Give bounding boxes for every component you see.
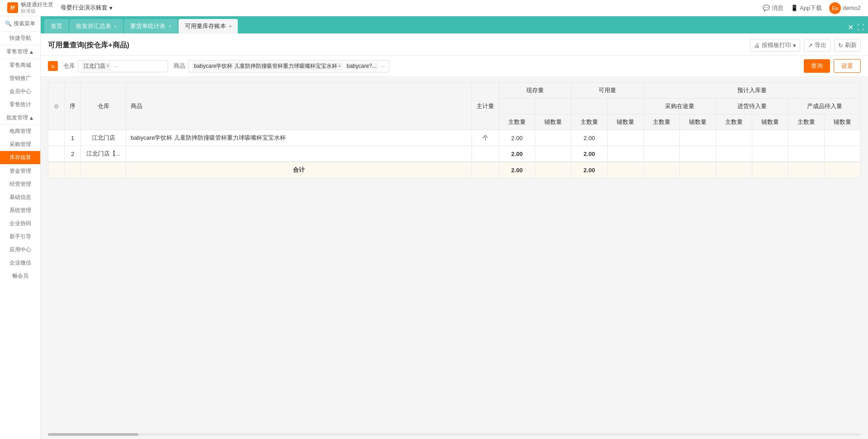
- maximize-icon[interactable]: ⛶: [857, 24, 864, 32]
- warehouse-more-dots[interactable]: ···: [113, 63, 118, 70]
- logo-icon: 好: [7, 2, 18, 13]
- sidebar-item-app-center[interactable]: 应用中心: [0, 243, 40, 256]
- th-product: 商品: [126, 83, 472, 130]
- product-filter-input[interactable]: babycare学饮杯 儿童防摔防撞吸管杯重力球吸嘴杯宝宝水杯 × babyca…: [188, 60, 389, 72]
- sidebar-item-marketing[interactable]: 营销推广: [0, 72, 40, 85]
- tab-receive-summary[interactable]: 收发存汇总表 ×: [70, 19, 123, 33]
- row1-incoming-main: [716, 130, 752, 146]
- summary-product-aux: [825, 162, 861, 178]
- sidebar-item-ecommerce[interactable]: 电商管理: [0, 125, 40, 138]
- sidebar-item-operations[interactable]: 经营管理: [0, 178, 40, 191]
- sidebar-item-basic[interactable]: 基础信息: [0, 191, 40, 204]
- search-icon: 🔍: [5, 20, 12, 27]
- row1-available-aux: [608, 130, 644, 146]
- chevron-icon: ▲: [29, 49, 34, 55]
- product-more-dots[interactable]: ···: [380, 63, 385, 70]
- table-row: 1 江北门店 babycare学饮杯 儿童防摔防撞吸管杯重力球吸嘴杯宝宝水杯 个…: [48, 130, 861, 146]
- message-action[interactable]: 💬 消息: [763, 4, 783, 12]
- sidebar-item-vip[interactable]: 畅会员: [0, 269, 40, 283]
- sidebar-item-system[interactable]: 系统管理: [0, 204, 40, 217]
- warehouse-filter-input[interactable]: 江北门店 × ···: [78, 60, 168, 72]
- sidebar-item-retail-stats[interactable]: 零售统计: [0, 98, 40, 111]
- row2-stock-aux: [535, 146, 571, 162]
- sidebar-item-quick-nav[interactable]: 快捷导航: [0, 32, 40, 45]
- scrollbar-track: [48, 433, 861, 436]
- page-header: 可用量查询(按仓库+商品) 🖨 按模板打印 ▾ ↗ 导出 ↻ 刷新: [41, 33, 868, 56]
- row1-unit: 个: [472, 130, 499, 146]
- summary-available-aux: [608, 162, 644, 178]
- sidebar-item-finance[interactable]: 资金管理: [0, 165, 40, 178]
- message-icon: 💬: [763, 5, 770, 11]
- filter-actions: 查询 设置: [804, 59, 861, 73]
- tab-order-stats[interactable]: 要货单统计表 ×: [124, 19, 177, 33]
- sidebar-item-zero-retail[interactable]: 零售管理 ▲: [0, 45, 40, 59]
- sidebar-item-guide[interactable]: 新手引导: [0, 230, 40, 243]
- th-available-main-label: 主数量: [571, 114, 608, 130]
- sidebar-item-enterprise[interactable]: 企业协同: [0, 217, 40, 230]
- inventory-tab-label: 可用量库存账本: [185, 22, 226, 30]
- summary-purchase-main: [644, 162, 680, 178]
- th-incoming-aux: 辅数量: [752, 114, 788, 130]
- th-available-group: 可用量: [571, 83, 644, 99]
- user-action[interactable]: Ea demo2: [829, 2, 861, 14]
- product-tag-1: babycare学饮杯 儿童防摔防撞吸管杯重力球吸嘴杯宝宝水杯 ×: [192, 62, 343, 71]
- print-button[interactable]: 🖨 按模板打印 ▾: [750, 39, 800, 52]
- store-selector[interactable]: 母婴行业演示账套 ▾: [57, 3, 116, 13]
- sidebar-item-retail-mall[interactable]: 零售商城: [0, 59, 40, 72]
- order-tab-close[interactable]: ×: [168, 24, 171, 29]
- row1-product-main: [788, 130, 825, 146]
- summary-incoming-main: [716, 162, 752, 178]
- print-arrow-icon: ▾: [793, 42, 796, 49]
- summary-row: 合计 2.00 2.00: [48, 162, 861, 178]
- warehouse-tag-close[interactable]: ×: [106, 63, 109, 69]
- sidebar-item-wholesale[interactable]: 批发管理 ▲: [0, 111, 40, 125]
- row1-available-main: 2.00: [571, 130, 608, 146]
- row2-incoming-main: [716, 146, 752, 162]
- th-stock-main: [499, 99, 535, 114]
- summary-available-main: 2.00: [571, 162, 608, 178]
- receive-tab-close[interactable]: ×: [114, 24, 117, 29]
- warehouse-filter-label: 仓库: [63, 62, 75, 70]
- tab-available-inventory[interactable]: 可用量库存账本 ×: [179, 19, 238, 33]
- page-title: 可用量查询(按仓库+商品): [48, 41, 129, 50]
- sidebar-item-wechat[interactable]: 企业微信: [0, 256, 40, 269]
- tab-home[interactable]: 首页: [44, 19, 69, 33]
- th-purchase-aux: 辅数量: [680, 114, 716, 130]
- summary-stock-aux: [535, 162, 571, 178]
- product-filter-group: 商品 babycare学饮杯 儿童防摔防撞吸管杯重力球吸嘴杯宝宝水杯 × bab…: [174, 60, 389, 72]
- th-stock-aux-label: 辅数量: [535, 114, 571, 130]
- sidebar-item-member[interactable]: 会员中心: [0, 85, 40, 98]
- receive-tab-label: 收发存汇总表: [76, 22, 111, 30]
- th-purchase-main: 主数量: [644, 114, 680, 130]
- product-tag-2: babycare?...: [345, 62, 378, 70]
- app-download-action[interactable]: 📱 App下载: [791, 4, 822, 12]
- summary-product-main: [788, 162, 825, 178]
- inventory-tab-close[interactable]: ×: [229, 24, 231, 29]
- sidebar: 🔍 搜索菜单 快捷导航 零售管理 ▲ 零售商城 营销推广 会员中心 零售统计 批…: [0, 16, 41, 439]
- row2-available-aux: [608, 146, 644, 162]
- row2-stock-main: 2.00: [499, 146, 535, 162]
- row2-unit: [472, 146, 499, 162]
- user-name: demo2: [843, 5, 861, 11]
- refresh-button[interactable]: ↻ 刷新: [834, 39, 861, 52]
- sidebar-item-inventory[interactable]: 库存核算: [0, 151, 40, 165]
- settings-button[interactable]: 设置: [834, 59, 861, 73]
- th-product-group: 产成品待入量: [788, 99, 861, 114]
- sidebar-item-purchase[interactable]: 采购管理: [0, 138, 40, 151]
- scrollbar-thumb[interactable]: [48, 433, 138, 436]
- column-settings-icon[interactable]: ⚙: [54, 103, 59, 110]
- warehouse-filter-group: 仓库 江北门店 × ···: [63, 60, 168, 72]
- th-available-main: [571, 99, 608, 114]
- row1-purchase-main: [644, 130, 680, 146]
- sidebar-search[interactable]: 🔍 搜索菜单: [0, 16, 40, 32]
- filter-expand-button[interactable]: »: [48, 61, 58, 71]
- product-tag1-close[interactable]: ×: [338, 63, 341, 69]
- export-button[interactable]: ↗ 导出: [804, 39, 830, 52]
- close-window-icon[interactable]: ✕: [848, 23, 854, 32]
- row2-no: 2: [65, 146, 81, 162]
- row1-incoming-aux: [752, 130, 788, 146]
- row1-purchase-aux: [680, 130, 716, 146]
- query-button[interactable]: 查询: [804, 59, 830, 73]
- home-tab-label: 首页: [51, 22, 62, 30]
- top-bar: 好 畅捷通好生意 标准版 母婴行业演示账套 ▾ 💬 消息 📱 App下载 Ea …: [0, 0, 868, 16]
